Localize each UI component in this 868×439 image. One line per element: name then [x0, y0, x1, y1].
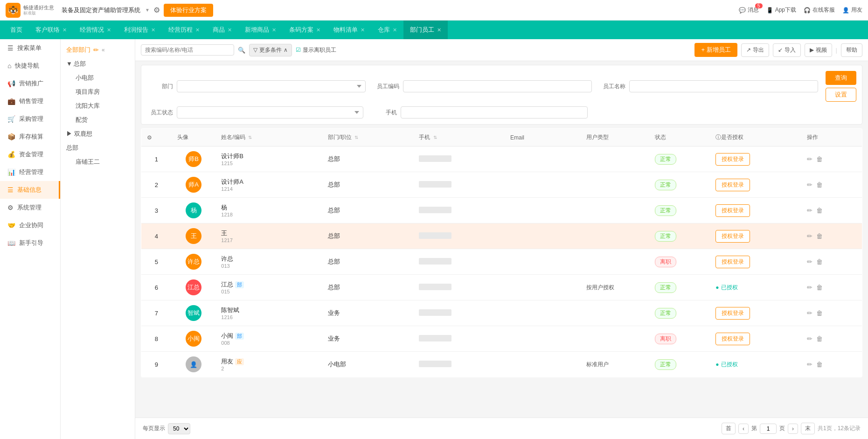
edit-icon[interactable]: ✏: [807, 258, 812, 265]
nav-tab-经营情况[interactable]: 经营情况✕: [73, 21, 118, 39]
delete-icon[interactable]: 🗑: [816, 181, 823, 188]
search-input[interactable]: [141, 44, 234, 56]
nav-tab-close[interactable]: ✕: [195, 27, 200, 33]
dept-node-peihuo[interactable]: 配货: [61, 113, 135, 127]
dept-edit-icon[interactable]: ✏: [93, 46, 99, 54]
dept-node-shuanghuan[interactable]: ▶ 双鹿想: [61, 127, 135, 141]
nav-tab-客户联络[interactable]: 客户联络✕: [29, 21, 73, 39]
sidebar-item-operation[interactable]: 📊经营管理: [0, 163, 60, 181]
dept-node-zongbu[interactable]: ▼ 总部: [61, 57, 135, 71]
search-icon[interactable]: 🔍: [238, 47, 245, 54]
resigned-checkbox[interactable]: ☑: [296, 47, 301, 53]
nav-tab-利润报告[interactable]: 利润报告✕: [118, 21, 162, 39]
row-auth[interactable]: 授权登录: [710, 198, 801, 223]
row-auth[interactable]: 授权登录: [710, 249, 801, 275]
row-auth[interactable]: 授权登录: [710, 326, 801, 352]
add-employee-button[interactable]: + 新增员工: [694, 43, 737, 57]
delete-icon[interactable]: 🗑: [816, 232, 823, 240]
status-filter-select[interactable]: [177, 106, 363, 118]
edit-icon[interactable]: ✏: [807, 361, 812, 368]
edit-icon[interactable]: ✏: [807, 335, 812, 342]
sidebar-item-search[interactable]: ☰搜索菜单: [0, 39, 60, 57]
empcode-filter-input[interactable]: [403, 80, 592, 92]
sidebar-item-collab[interactable]: 🤝企业协同: [0, 216, 60, 234]
delete-icon[interactable]: 🗑: [816, 284, 823, 291]
system-title-dropdown[interactable]: ▼: [145, 7, 150, 13]
nav-tab-条码方案[interactable]: 条码方案✕: [283, 21, 327, 39]
prev-page-button[interactable]: ‹: [738, 424, 749, 434]
row-auth[interactable]: 授权登录: [710, 172, 801, 198]
nav-tab-商品[interactable]: 商品✕: [206, 21, 238, 39]
delete-icon[interactable]: 🗑: [816, 361, 823, 368]
row-auth[interactable]: 授权登录: [710, 300, 801, 326]
nav-tab-close[interactable]: ✕: [272, 27, 276, 33]
nav-tab-部门员工[interactable]: 部门员工✕: [403, 21, 448, 39]
sidebar-item-quick[interactable]: ⌂快捷导航: [0, 57, 60, 75]
th-name[interactable]: 姓名/编码 ⇅: [215, 129, 322, 146]
delete-icon[interactable]: 🗑: [816, 335, 823, 342]
message-button[interactable]: 💬 5 消息: [739, 6, 759, 14]
nav-tab-新增商品[interactable]: 新增商品✕: [238, 21, 283, 39]
dept-node-xiangmujiufang[interactable]: 项目库房: [61, 85, 135, 99]
edit-icon[interactable]: ✏: [807, 207, 812, 214]
auth-login-button[interactable]: 授权登录: [715, 307, 750, 320]
trial-button[interactable]: 体验行业方案: [164, 4, 213, 17]
sidebar-item-basic[interactable]: ☰基础信息: [0, 181, 60, 199]
export-button[interactable]: ↗ 导出: [741, 43, 769, 57]
phone-filter-input[interactable]: [401, 106, 587, 118]
dept-node-miaopuwangni[interactable]: 庙铺王二: [61, 155, 135, 169]
user-menu[interactable]: 👤 用友: [842, 6, 862, 14]
first-page-button[interactable]: 首: [722, 423, 736, 434]
app-download-button[interactable]: 📱 App下载: [766, 6, 796, 14]
nav-tab-close[interactable]: ✕: [107, 27, 111, 33]
dept-node-shenyangdajie[interactable]: 沈阳大库: [61, 99, 135, 113]
nav-tab-物料清单[interactable]: 物料清单✕: [327, 21, 371, 39]
th-phone[interactable]: 手机 ⇅: [413, 129, 505, 146]
auth-login-button[interactable]: 授权登录: [715, 179, 750, 191]
dept-collapse-icon[interactable]: «: [102, 47, 105, 53]
row-auth[interactable]: 已授权: [710, 352, 801, 377]
page-number-input[interactable]: [760, 424, 777, 434]
sidebar-item-sales[interactable]: 💼销售管理: [0, 92, 60, 110]
th-settings[interactable]: ⚙: [141, 129, 172, 146]
nav-tab-仓库[interactable]: 仓库✕: [371, 21, 403, 39]
auth-login-button[interactable]: 授权登录: [715, 230, 750, 243]
row-auth[interactable]: 授权登录: [710, 223, 801, 249]
query-button[interactable]: 查询: [826, 71, 856, 85]
settings-button[interactable]: ⚙: [153, 6, 160, 14]
empname-filter-input[interactable]: [629, 80, 818, 92]
next-page-button[interactable]: ›: [788, 424, 798, 434]
page-size-select[interactable]: 50: [168, 423, 190, 434]
sidebar-item-inventory[interactable]: 📦库存核算: [0, 128, 60, 146]
dept-filter-select[interactable]: [177, 80, 366, 92]
online-service-button[interactable]: 🎧 在线客服: [804, 6, 835, 14]
edit-icon[interactable]: ✏: [807, 155, 812, 163]
delete-icon[interactable]: 🗑: [816, 207, 823, 214]
sidebar-item-purchase[interactable]: 🛒采购管理: [0, 110, 60, 128]
dept-node-xiaodianbu[interactable]: 小电部: [61, 71, 135, 85]
sidebar-item-system[interactable]: ⚙系统管理: [0, 199, 60, 216]
auth-login-button[interactable]: 授权登录: [715, 256, 750, 268]
delete-icon[interactable]: 🗑: [816, 258, 823, 265]
th-dept[interactable]: 部门/职位 ⇅: [322, 129, 414, 146]
nav-tab-close[interactable]: ✕: [151, 27, 155, 33]
nav-tab-close[interactable]: ✕: [437, 27, 441, 33]
edit-icon[interactable]: ✏: [807, 232, 812, 240]
edit-icon[interactable]: ✏: [807, 309, 812, 317]
auth-login-button[interactable]: 授权登录: [715, 153, 750, 166]
nav-tab-首页[interactable]: 首页: [4, 21, 29, 39]
nav-tab-close[interactable]: ✕: [316, 27, 320, 33]
auth-login-button[interactable]: 授权登录: [715, 333, 750, 345]
nav-tab-经营历程[interactable]: 经营历程✕: [162, 21, 206, 39]
dept-node-zongbu2[interactable]: 总部: [61, 141, 135, 155]
edit-icon[interactable]: ✏: [807, 181, 812, 188]
nav-tab-close[interactable]: ✕: [393, 27, 397, 33]
auth-login-button[interactable]: 授权登录: [715, 204, 750, 217]
sidebar-item-marketing[interactable]: 📢营销推广: [0, 75, 60, 92]
last-page-button[interactable]: 末: [801, 423, 815, 434]
row-auth[interactable]: 授权登录: [710, 146, 801, 172]
import-button[interactable]: ↙ 导入: [773, 43, 801, 57]
video-button[interactable]: ▶ 视频: [805, 43, 832, 57]
row-auth[interactable]: 已授权: [710, 275, 801, 300]
sidebar-item-guide[interactable]: 📖新手引导: [0, 234, 60, 252]
